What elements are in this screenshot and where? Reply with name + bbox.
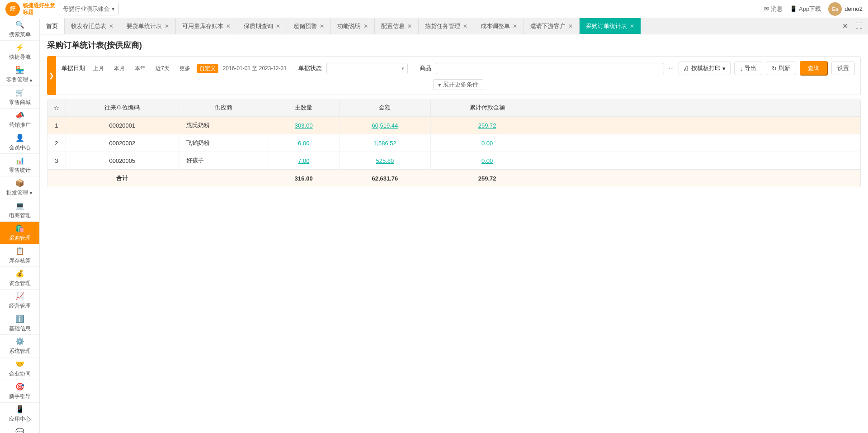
query-button[interactable]: 查询 — [800, 61, 828, 76]
logo-area: 好 畅捷通好生意 标题 — [5, 2, 55, 16]
logo-text: 畅捷通好生意 标题 — [23, 2, 55, 15]
tab-close-all-button[interactable]: ✕ — [840, 20, 850, 32]
tab-keyong-close[interactable]: ✕ — [226, 23, 231, 29]
tab-caigou[interactable]: 采购订单统计表 ✕ — [580, 18, 641, 34]
filter-custom-tag[interactable]: 自定义 — [197, 64, 218, 73]
cell-supplier-1: 飞鹤奶粉 — [179, 134, 268, 152]
print-button[interactable]: 🖨 按模板打印 ▾ — [679, 62, 731, 75]
filter-shortcuts: 上月 本月 本年 近7天 更多 自定义 — [90, 64, 218, 73]
sidebar-item-enterprise[interactable]: 🤝 企业协同 — [0, 357, 39, 380]
col-supplier-header: 供应商 — [179, 99, 268, 117]
collapse-arrow-button[interactable]: ❯ — [47, 56, 56, 95]
main-table: ☆ 往来单位编码 供应商 主数量 金额 累计付款金额 1 00020001 惠氏… — [47, 99, 860, 187]
sidebar-item-retail[interactable]: 🏪 零售管理 ▲ — [0, 63, 39, 86]
filter-shortcut-thismonth[interactable]: 本月 — [110, 64, 128, 73]
message-button[interactable]: ✉ 消息 — [764, 5, 783, 13]
expand-icon: ▾ — [438, 81, 441, 88]
sidebar-item-operation[interactable]: 📈 经营管理 — [0, 290, 39, 312]
app-download-button[interactable]: 📱 App下载 — [790, 5, 821, 13]
tab-baozhiqi-close[interactable]: ✕ — [276, 23, 280, 29]
sidebar-item-purchase[interactable]: 🛍️ 采购管理 — [0, 222, 39, 244]
sidebar-item-label-member: 会员中心 — [9, 144, 31, 152]
tab-yaohuo[interactable]: 要货单统计表 ✕ — [120, 18, 176, 34]
cell-paid-0: 259.72 — [430, 117, 544, 134]
tab-home[interactable]: 首页 — [40, 18, 65, 34]
tab-yaoqing-close[interactable]: ✕ — [568, 23, 573, 29]
filter-status-select[interactable] — [326, 63, 408, 74]
col-settings-header[interactable]: ☆ — [47, 99, 66, 117]
finance-icon: 💰 — [15, 269, 24, 278]
settings-label: 设置 — [837, 65, 849, 71]
sidebar-item-appcenter[interactable]: 📱 应用中心 — [0, 403, 39, 425]
tab-shoufa[interactable]: 收发存汇总表 ✕ — [65, 18, 120, 34]
user-avatar[interactable]: Ea demo2 — [828, 2, 863, 16]
tab-peizhi-close[interactable]: ✕ — [407, 23, 412, 29]
cell-num-2: 3 — [47, 152, 66, 170]
page-title: 采购订单统计表(按供应商) — [47, 40, 861, 51]
sidebar-item-marketing[interactable]: 📣 营销推广 — [0, 109, 39, 131]
cell-num-0: 1 — [47, 117, 66, 134]
tab-yaoqing[interactable]: 邀请下游客户 ✕ — [524, 18, 580, 34]
wholesale-icon: 📦 — [15, 179, 24, 187]
retailshop-icon: 🛒 — [15, 88, 24, 97]
tab-keyong[interactable]: 可用量库存账本 ✕ — [176, 18, 237, 34]
purchase-icon: 🛍️ — [15, 224, 24, 233]
col-quantity-header: 主数量 — [268, 99, 340, 117]
sidebar-item-quicknav[interactable]: ⚡ 快捷导航 — [0, 41, 39, 63]
refresh-button[interactable]: ↻ 刷新 — [766, 62, 796, 75]
filter-goods-input[interactable] — [436, 63, 664, 74]
cell-code-0: 00020001 — [66, 117, 179, 134]
tab-fullscreen-button[interactable]: ⛶ — [854, 20, 864, 32]
sidebar-item-ecommerce[interactable]: 💻 电商管理 — [0, 199, 39, 222]
tab-peizhi[interactable]: 配置信息 ✕ — [375, 18, 419, 34]
cell-num-1: 2 — [47, 134, 66, 152]
tab-gongneng-close[interactable]: ✕ — [363, 23, 368, 29]
wechat-icon: 💬 — [15, 428, 24, 433]
filter-shortcut-lastmonth[interactable]: 上月 — [90, 64, 108, 73]
sidebar-item-member[interactable]: 👤 会员中心 — [0, 131, 39, 154]
tab-tuohuo-close[interactable]: ✕ — [463, 23, 467, 29]
sidebar-item-wholesale[interactable]: 📦 批发管理 ▼ — [0, 176, 39, 199]
tab-chengben-close[interactable]: ✕ — [513, 23, 517, 29]
message-icon: ✉ — [764, 5, 769, 12]
sidebar-item-wechat[interactable]: 💬 企业微信 — [0, 425, 39, 433]
cell-code-1: 00020002 — [66, 134, 179, 152]
filter-shortcut-7days[interactable]: 近7天 — [152, 64, 173, 73]
sidebar-item-system[interactable]: ⚙️ 系统管理 — [0, 335, 39, 357]
filter-shortcut-more[interactable]: 更多 — [176, 64, 194, 73]
export-button[interactable]: ↓ 导出 — [734, 62, 763, 75]
cell-amount-1: 1,586.52 — [340, 134, 431, 152]
footer-empty2 — [179, 170, 268, 187]
tab-caigou-close[interactable]: ✕ — [630, 23, 634, 29]
footer-label: 合计 — [66, 170, 179, 187]
filter-shortcut-thisyear[interactable]: 本年 — [131, 64, 149, 73]
sidebar-item-newguide[interactable]: 🎯 新手引导 — [0, 380, 39, 403]
sidebar-item-label-quicknav: 快捷导航 — [9, 53, 31, 61]
sidebar-item-search[interactable]: 🔍 搜索菜单 — [0, 18, 39, 41]
tab-chaochuyujing-close[interactable]: ✕ — [320, 23, 324, 29]
workspace-selector[interactable]: 母婴行业演示账套 ▾ — [59, 3, 119, 15]
sidebar-item-finance[interactable]: 💰 资金管理 — [0, 267, 39, 290]
tab-yaohuo-close[interactable]: ✕ — [165, 23, 169, 29]
expand-button[interactable]: ▾ 展开更多条件 — [433, 79, 483, 90]
sidebar-item-retailstat[interactable]: 📊 零售统计 — [0, 154, 39, 176]
tab-shoufa-close[interactable]: ✕ — [109, 23, 113, 29]
table-wrapper: ☆ 往来单位编码 供应商 主数量 金额 累计付款金额 1 00020001 惠氏… — [47, 99, 861, 187]
enterprise-icon: 🤝 — [15, 360, 24, 368]
message-label: 消息 — [771, 5, 783, 13]
tab-tuohuo[interactable]: 拣货任务管理 ✕ — [419, 18, 474, 34]
tab-gongneng[interactable]: 功能说明 ✕ — [331, 18, 375, 34]
cell-supplier-0: 惠氏奶粉 — [179, 117, 268, 134]
sidebar-item-basic[interactable]: ℹ️ 基础信息 — [0, 312, 39, 335]
system-icon: ⚙️ — [15, 337, 24, 346]
sidebar-item-label-newguide: 新手引导 — [9, 393, 31, 400]
settings-button[interactable]: 设置 — [831, 62, 855, 75]
tab-chaochuyujing[interactable]: 超储预警 ✕ — [287, 18, 331, 34]
top-bar: 好 畅捷通好生意 标题 母婴行业演示账套 ▾ ✉ 消息 📱 App下载 Ea d… — [0, 0, 868, 18]
sidebar-item-inventory[interactable]: 📋 库存核算 — [0, 244, 39, 267]
tab-baozhiqi[interactable]: 保质期查询 ✕ — [237, 18, 287, 34]
tab-chengben[interactable]: 成本调整单 ✕ — [474, 18, 524, 34]
sidebar-item-retailshop[interactable]: 🛒 零售商城 — [0, 86, 39, 109]
print-dropdown-icon: ▾ — [722, 65, 726, 72]
sidebar-item-label-basic: 基础信息 — [9, 325, 31, 333]
